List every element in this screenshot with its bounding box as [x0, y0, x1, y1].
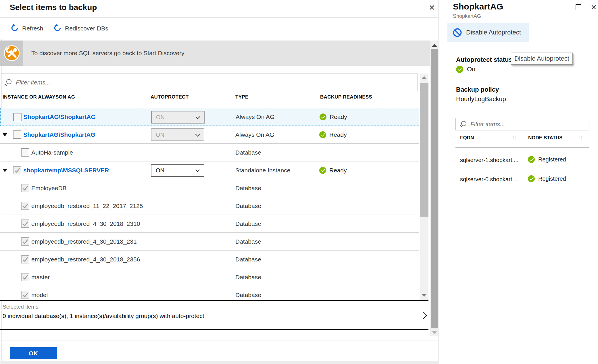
- refresh-label: Refresh: [22, 25, 43, 32]
- scrollbar-thumb[interactable]: [420, 83, 428, 217]
- divider: [0, 329, 428, 330]
- scroll-up-icon[interactable]: [422, 76, 427, 79]
- column-header-type: TYPE: [235, 94, 249, 100]
- autoprotect-dropdown[interactable]: ON: [151, 164, 204, 177]
- node-status-label: Registered: [538, 176, 566, 182]
- node-status-label: Registered: [538, 156, 566, 163]
- table-row[interactable]: employeedb_restored_4_30_2018_2310Databa…: [0, 215, 419, 233]
- scroll-up-icon[interactable]: [432, 44, 437, 47]
- check-circle-icon: [528, 175, 535, 182]
- table-row[interactable]: employeedb_restored_11_22_2017_2125Datab…: [0, 197, 419, 215]
- chevron-down-icon: [196, 115, 200, 119]
- refresh-icon: [53, 24, 61, 33]
- selected-items-value: 0 individual database(s), 1 instance(s)/…: [3, 313, 204, 319]
- autoprotect-dropdown: ON: [151, 128, 204, 141]
- item-name: employeedb_restored_4_30_2018_2310: [31, 220, 140, 227]
- backup-readiness: Ready: [319, 131, 347, 138]
- item-name[interactable]: shopkartemp\MSSQLSERVER: [23, 167, 109, 174]
- item-type: Database: [235, 220, 261, 227]
- readiness-label: Ready: [329, 167, 347, 174]
- divider: [0, 340, 438, 340]
- shopkartag-panel: ShopkartAG ShopkartAG ✕ Disable Autoprot…: [438, 0, 598, 364]
- disable-autoprotect-tooltip: Disable Autoprotect: [511, 53, 573, 65]
- item-name: employeedb_restored_4_30_2018_231: [31, 238, 137, 245]
- item-type: Database: [235, 292, 261, 298]
- dialog-scrollbar[interactable]: [430, 41, 438, 336]
- row-checkbox[interactable]: [13, 130, 21, 139]
- column-header-autoprotect: AUTOPROTECT: [151, 94, 189, 100]
- collapse-arrow-icon[interactable]: [3, 169, 7, 172]
- node-rows: sqlserver-1.shopkart....Registeredsqlser…: [439, 0, 598, 201]
- row-checkbox[interactable]: [21, 184, 29, 192]
- collapse-arrow-icon[interactable]: [3, 133, 7, 136]
- check-circle-icon: [528, 156, 535, 163]
- check-circle-icon: [320, 113, 326, 120]
- autoprotect-value: ON: [156, 132, 164, 138]
- ok-button[interactable]: OK: [10, 347, 57, 359]
- node-status: Registered: [528, 156, 566, 163]
- row-checkbox[interactable]: [21, 148, 29, 157]
- item-name: employeedb_restored_4_30_2018_2356: [31, 256, 140, 263]
- autoprotect-dropdown: ON: [151, 111, 205, 124]
- table-row[interactable]: ShopkartAG\ShopkartAGONAlways On AGReady: [0, 108, 419, 126]
- tools-icon: [0, 41, 23, 66]
- autoprotect-value: ON: [156, 167, 164, 174]
- item-type: Database: [235, 203, 261, 209]
- row-checkbox[interactable]: [13, 113, 22, 121]
- row-checkbox[interactable]: [13, 166, 21, 174]
- table-scrollbar[interactable]: [420, 74, 428, 300]
- item-type: Always On AG: [236, 113, 274, 120]
- info-banner: To discover more SQL servers go back to …: [0, 41, 430, 66]
- item-type: Database: [235, 149, 261, 156]
- item-name[interactable]: ShopkartAG\ShopkartAG: [24, 113, 96, 120]
- chevron-down-icon: [195, 168, 200, 172]
- chevron-right-icon[interactable]: [419, 311, 427, 319]
- refresh-button[interactable]: Refresh: [11, 18, 43, 39]
- search-icon: [4, 79, 12, 86]
- table-row[interactable]: AutoHa-sampleDatabase: [0, 144, 419, 161]
- table-row[interactable]: masterDatabase: [0, 268, 419, 286]
- item-name: AutoHa-sample: [31, 149, 73, 156]
- item-name: EmployeeDB: [31, 185, 67, 192]
- node-status: Registered: [528, 175, 566, 182]
- backup-readiness: Ready: [320, 113, 347, 120]
- row-checkbox[interactable]: [21, 273, 29, 281]
- refresh-icon: [11, 24, 19, 33]
- scroll-down-icon[interactable]: [422, 294, 427, 297]
- screen: Select items to backup ✕ Refresh: [0, 0, 598, 364]
- table-row[interactable]: modelDatabase: [0, 286, 419, 300]
- divider: [455, 189, 589, 189]
- column-header-readiness: BACKUP READINESS: [320, 94, 372, 100]
- row-checkbox[interactable]: [21, 291, 29, 299]
- item-name: master: [31, 274, 50, 281]
- row-checkbox[interactable]: [21, 237, 29, 246]
- table-row[interactable]: ShopkartAG\ShopkartAGONAlways On AGReady: [0, 126, 419, 144]
- row-checkbox[interactable]: [21, 255, 29, 263]
- rediscover-dbs-button[interactable]: Rediscover DBs: [53, 18, 108, 39]
- item-type: Database: [235, 256, 261, 263]
- row-checkbox[interactable]: [21, 202, 29, 210]
- dialog-bottom-strip: [0, 361, 438, 364]
- node-fqdn: sqlserver-0.shopkart....: [460, 176, 518, 183]
- check-circle-icon: [319, 167, 326, 174]
- item-name[interactable]: ShopkartAG\ShopkartAG: [23, 131, 95, 138]
- table-row[interactable]: employeedb_restored_4_30_2018_231Databas…: [0, 233, 419, 251]
- autoprotect-value: ON: [156, 114, 165, 121]
- table-row[interactable]: employeedb_restored_4_30_2018_2356Databa…: [0, 251, 419, 268]
- backup-items-rows: ShopkartAG\ShopkartAGONAlways On AGReady…: [0, 108, 419, 300]
- filter-items-input[interactable]: [15, 79, 418, 86]
- scrollbar-thumb[interactable]: [431, 49, 438, 328]
- readiness-label: Ready: [329, 131, 347, 138]
- table-row[interactable]: shopkartemp\MSSQLSERVERONStandalone Inst…: [0, 161, 419, 179]
- divider: [455, 170, 589, 170]
- table-row[interactable]: EmployeeDBDatabase: [0, 179, 419, 197]
- item-type: Standalone Instance: [235, 167, 290, 174]
- selected-items-label: Selected items: [3, 304, 39, 310]
- backup-readiness: Ready: [319, 167, 347, 174]
- banner-message: To discover more SQL servers go back to …: [31, 41, 184, 66]
- scroll-down-icon[interactable]: [432, 331, 437, 334]
- row-checkbox[interactable]: [21, 219, 29, 228]
- rediscover-dbs-label: Rediscover DBs: [65, 25, 108, 32]
- divider: [0, 300, 428, 301]
- close-icon[interactable]: ✕: [427, 3, 437, 13]
